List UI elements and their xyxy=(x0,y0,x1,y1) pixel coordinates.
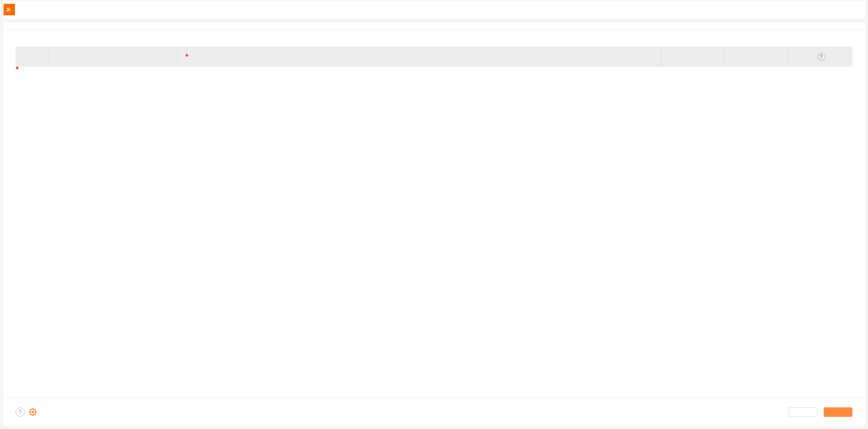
col-header-readonly: ? xyxy=(788,47,852,66)
section-tabs xyxy=(3,22,865,30)
header-bar xyxy=(3,0,865,19)
sub-tabs xyxy=(3,30,865,41)
col-header-required xyxy=(725,47,788,66)
required-mark: * xyxy=(185,52,188,61)
field-table: * ? xyxy=(16,47,852,67)
svg-point-0 xyxy=(32,411,34,413)
cancel-button[interactable] xyxy=(789,407,817,417)
expand-sidebar-button[interactable] xyxy=(3,4,15,15)
highlight-box xyxy=(16,67,19,69)
manage-custom-fields-link[interactable]: ? xyxy=(16,408,40,417)
save-button[interactable] xyxy=(824,407,852,417)
help-icon[interactable]: ? xyxy=(16,408,25,417)
col-header-show xyxy=(661,47,725,66)
col-header-display: * xyxy=(178,47,661,66)
main-card: * ? xyxy=(3,22,865,423)
col-header-index xyxy=(16,47,49,66)
col-header-name xyxy=(49,47,178,66)
footer-bar: ? xyxy=(3,398,865,426)
help-icon[interactable]: ? xyxy=(818,53,825,61)
gear-icon xyxy=(29,408,37,416)
table-header: * ? xyxy=(16,47,852,67)
